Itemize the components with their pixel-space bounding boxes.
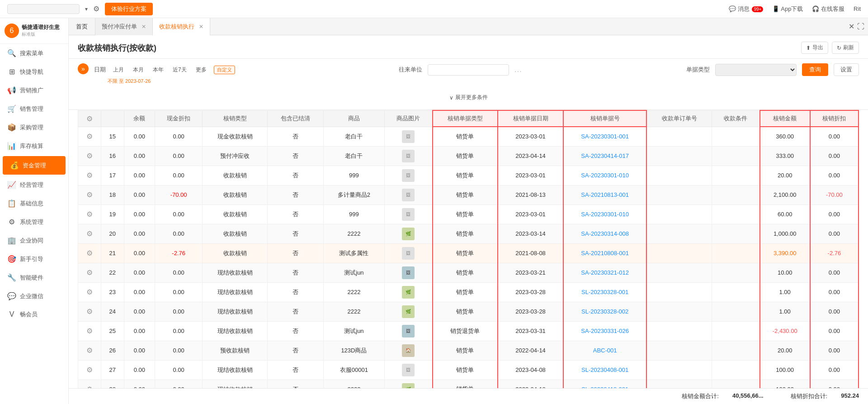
date-custom[interactable]: 自定义	[214, 66, 235, 74]
tab-close-all-icon[interactable]: ✕	[849, 22, 854, 31]
sidebar-item-business[interactable]: 📈 经营管理	[0, 176, 68, 194]
row-settings-icon[interactable]: ⚙	[78, 263, 101, 282]
sidebar-item-system[interactable]: ⚙ 系统管理	[0, 213, 68, 231]
row-cash-discount: 0.00	[155, 127, 203, 146]
row-bill-no[interactable]: SL-20230408-001	[563, 360, 646, 380]
row-bill-no[interactable]: SL-20230328-001	[563, 282, 646, 302]
row-bill-no[interactable]: SA-20230314-008	[563, 224, 646, 243]
sidebar-item-basic[interactable]: 📋 基础信息	[0, 194, 68, 213]
tab-prepay-close[interactable]: ✕	[142, 24, 146, 30]
sidebar-item-search[interactable]: 🔍 搜索菜单	[0, 44, 68, 62]
sidebar-item-marketing[interactable]: 📢 营销推广	[0, 81, 68, 100]
data-table-container[interactable]: ⚙ 余额 现金折扣 核销类型 包含已结清 商品 商品图片 核销单据类型 核销单据…	[69, 110, 868, 388]
row-bill-no[interactable]: SA-20230414-017	[563, 146, 646, 166]
row-settings-icon[interactable]: ⚙	[78, 185, 101, 204]
row-settings-icon[interactable]: ⚙	[78, 341, 101, 360]
date-sub-text: 不限 至 2023-07-26	[108, 78, 828, 85]
row-bill-report-type: 销货单	[433, 263, 498, 282]
row-cancel-amount: 1,000.00	[760, 224, 810, 243]
top-search-input[interactable]	[7, 4, 80, 14]
sidebar-item-quick[interactable]: ⊞ 快捷导航	[0, 62, 68, 81]
col-header-included: 包含已结清	[267, 110, 323, 127]
export-button[interactable]: ⬆ 导出	[801, 42, 828, 54]
row-cancel-discount: 0.00	[810, 341, 859, 360]
row-settings-icon[interactable]: ⚙	[78, 360, 101, 380]
row-included: 否	[267, 224, 323, 243]
row-bill-no[interactable]: SA-20230321-012	[563, 263, 646, 282]
col-header-bill-no: 核销单据号	[563, 110, 646, 127]
row-bill-no[interactable]: SA-20210813-001	[563, 185, 646, 204]
row-bill-no[interactable]: SA-20230331-026	[563, 321, 646, 341]
row-bill-no[interactable]: SA-20210808-001	[563, 243, 646, 263]
row-settings-icon[interactable]: ⚙	[78, 380, 101, 388]
col-header-settings[interactable]: ⚙	[78, 110, 101, 127]
row-bill-date: 2023-03-01	[498, 127, 563, 146]
row-settings-icon[interactable]: ⚙	[78, 243, 101, 263]
query-button[interactable]: 查询	[802, 63, 828, 76]
row-bill-date: 2023-03-21	[498, 263, 563, 282]
row-bill-report-type: 销货单	[433, 204, 498, 224]
sidebar-item-smart[interactable]: 🔧 智能硬件	[0, 268, 68, 287]
tab-home[interactable]: 首页	[69, 18, 95, 35]
row-goods: 2222	[324, 302, 385, 321]
row-settings-icon[interactable]: ⚙	[78, 282, 101, 302]
row-cash-discount: 0.00	[155, 360, 203, 380]
row-bill-no[interactable]: SL-20230328-002	[563, 302, 646, 321]
goods-image-house: 🏠	[402, 344, 415, 357]
logo-icon: 6	[5, 24, 19, 38]
toggle-arrow[interactable]: »	[78, 63, 89, 74]
row-cancel-type: 现金收款核销	[203, 127, 267, 146]
settings-button[interactable]: 设置	[834, 63, 859, 76]
date-last-month[interactable]: 上月	[111, 65, 126, 75]
partner-input[interactable]	[428, 64, 509, 76]
row-included: 否	[267, 360, 323, 380]
row-bill-no[interactable]: SA-20230301-001	[563, 127, 646, 146]
row-settings-icon[interactable]: ⚙	[78, 204, 101, 224]
bill-type-select[interactable]	[715, 64, 797, 76]
row-goods-img: 🖼	[384, 146, 432, 166]
col-header-cancel-amount: 核销金额	[760, 110, 810, 127]
refresh-button[interactable]: ↻ 刷新	[832, 42, 859, 54]
row-bill-no[interactable]: ABC-001	[563, 341, 646, 360]
message-icon[interactable]: 💬 消息 99+	[729, 5, 763, 13]
sidebar-item-wechat[interactable]: 💬 企业微信	[0, 287, 68, 305]
top-dropdown-arrow[interactable]: ▾	[85, 6, 88, 12]
row-bill-no[interactable]: SA-20230301-010	[563, 166, 646, 185]
sidebar-item-guide[interactable]: 🎯 新手引导	[0, 250, 68, 268]
tab-collect[interactable]: 收款核销执行 ✕	[153, 18, 210, 35]
tab-fullscreen-icon[interactable]: ⛶	[857, 23, 864, 31]
row-settings-icon[interactable]: ⚙	[78, 321, 101, 341]
tab-prepay[interactable]: 预付冲应付单 ✕	[95, 18, 153, 35]
sidebar-item-finance[interactable]: 💰 资金管理	[3, 156, 66, 175]
row-seq: 24	[101, 302, 124, 321]
row-settings-icon[interactable]: ⚙	[78, 146, 101, 166]
date-this-year[interactable]: 本年	[151, 65, 165, 75]
row-collect-condition	[712, 282, 760, 302]
date-more[interactable]: 更多	[194, 65, 208, 75]
online-service-link[interactable]: 🎧 在线客服	[812, 5, 844, 13]
row-bill-no[interactable]: SA-20230301-010	[563, 204, 646, 224]
goods-image-placeholder: 🖼	[402, 130, 415, 143]
tab-collect-close[interactable]: ✕	[199, 24, 203, 30]
solution-button[interactable]: 体验行业方案	[105, 3, 153, 15]
expand-conditions-button[interactable]: ∨ 展开更多条件	[445, 92, 492, 103]
sidebar-item-corp[interactable]: 🏢 企业协同	[0, 231, 68, 250]
date-this-month[interactable]: 本月	[131, 65, 146, 75]
row-bill-report-type: 销货单	[433, 360, 498, 380]
row-bill-no[interactable]: SL-20230418-001	[563, 380, 646, 388]
row-settings-icon[interactable]: ⚙	[78, 302, 101, 321]
sidebar-item-member[interactable]: V 畅会员	[0, 305, 68, 323]
app-download-link[interactable]: 📱 App下载	[772, 5, 803, 13]
sidebar-item-purchase[interactable]: 📦 采购管理	[0, 118, 68, 137]
row-collect-condition	[712, 360, 760, 380]
date-7days[interactable]: 近7天	[171, 65, 189, 75]
export-icon: ⬆	[806, 45, 811, 51]
partner-dots[interactable]: ...	[514, 67, 522, 73]
row-settings-icon[interactable]: ⚙	[78, 127, 101, 146]
row-settings-icon[interactable]: ⚙	[78, 224, 101, 243]
sidebar-item-sales[interactable]: 🛒 销售管理	[0, 100, 68, 118]
top-gear-icon[interactable]: ⚙	[93, 5, 99, 13]
user-name[interactable]: Rit	[854, 5, 861, 12]
row-settings-icon[interactable]: ⚙	[78, 166, 101, 185]
sidebar-item-inventory[interactable]: 📊 库存核算	[0, 137, 68, 155]
